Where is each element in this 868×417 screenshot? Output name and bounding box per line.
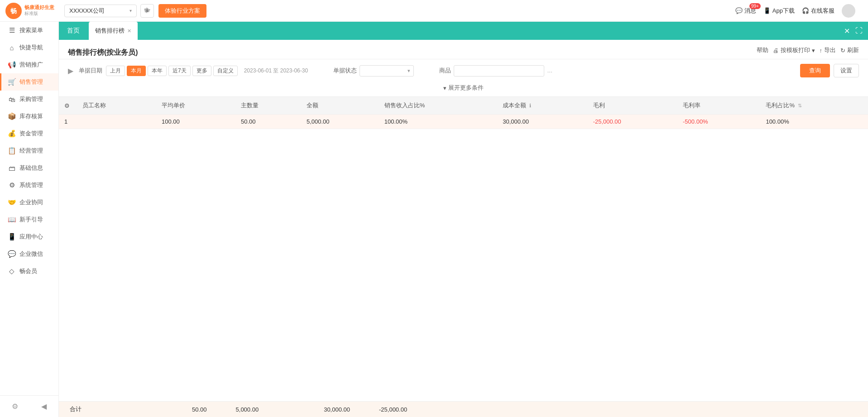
apps-icon: 📱 [8, 233, 16, 241]
logo-subtitle: 标准版 [24, 10, 54, 17]
goods-input[interactable] [454, 65, 544, 77]
table-body: 1 100.00 50.00 5,000.00 100.00% 30,000.0… [59, 115, 868, 129]
quick-nav-icon: ⌂ [8, 44, 16, 52]
chevron-down-icon: ▾ [129, 8, 132, 13]
sidebar-item-finance[interactable]: 💰 资金管理 [0, 125, 58, 142]
settings-icon[interactable]: ⚙ [64, 102, 70, 109]
query-button[interactable]: 查询 [800, 64, 830, 77]
action-buttons-area: 查询 设置 [800, 64, 859, 77]
th-profit-rate: 毛利率 [677, 97, 760, 115]
expand-conditions-button[interactable]: ▾ 展开更多条件 [443, 84, 484, 92]
tab-label-sales-ranking: 销售排行榜 [95, 27, 125, 35]
tab-home[interactable]: 首页 [59, 22, 88, 40]
company-selector[interactable]: XXXXXX公司 ▾ [64, 5, 137, 17]
print-label: 按模板打印 [781, 46, 810, 54]
footer-qty: 50.00 [187, 406, 212, 413]
cell-avg-price: 100.00 [156, 115, 235, 129]
status-select[interactable] [360, 65, 414, 77]
sidebar-item-label-wechat: 企业微信 [19, 250, 43, 258]
sidebar-item-business[interactable]: 📋 经营管理 [0, 142, 58, 159]
sidebar-item-quick-nav[interactable]: ⌂ 快捷导航 [0, 39, 58, 56]
th-qty: 主数量 [235, 97, 301, 115]
business-icon: 📋 [8, 147, 16, 155]
sidebar-item-sales[interactable]: 🛒 销售管理 [0, 73, 58, 91]
headset-icon: 🎧 [802, 7, 809, 14]
date-label: 单据日期 [79, 67, 102, 75]
status-filter-group: 单据状态 [333, 65, 414, 77]
logo-icon: 畅 [5, 3, 22, 19]
cell-rank: 1 [59, 115, 77, 129]
sidebar-item-collab[interactable]: 🤝 企业协同 [0, 194, 58, 211]
expand-label: 展开更多条件 [448, 84, 484, 92]
date-btn-last-month[interactable]: 上月 [106, 66, 125, 76]
app-download-button[interactable]: 📱 App下载 [763, 7, 795, 15]
tab-maximize-icon[interactable]: ⛶ [854, 25, 864, 37]
table-settings-button[interactable]: 设置 [834, 64, 859, 77]
sidebar-item-purchase[interactable]: 🛍 采购管理 [0, 91, 58, 108]
date-btn-custom[interactable]: 自定义 [213, 66, 238, 76]
export-icon: ↑ [820, 47, 823, 54]
settings-bottom-icon[interactable]: ⚙ [9, 399, 21, 413]
date-btn-this-month[interactable]: 本月 [127, 66, 146, 76]
sales-ranking-table: ⚙ 员工名称 平均单价 主数量 全额 销售收入占比% 成本全额 ℹ 毛利 [59, 97, 868, 129]
cost-info-icon[interactable]: ℹ [529, 103, 531, 108]
marketing-icon: 📢 [8, 61, 16, 69]
goods-more-icon[interactable]: … [547, 67, 552, 74]
inventory-icon: 📦 [8, 112, 16, 120]
refresh-icon: ↻ [840, 47, 845, 54]
cell-profit: -25,000.00 [588, 115, 677, 129]
avatar[interactable] [842, 4, 855, 18]
messages-button[interactable]: 💬 消息 99+ [735, 7, 756, 15]
date-btn-more[interactable]: 更多 [192, 66, 211, 76]
export-button[interactable]: ↑ 导出 [820, 46, 836, 54]
date-range-text: 2023-06-01 至 2023-06-30 [244, 67, 308, 75]
sidebar-item-label-finance: 资金管理 [19, 129, 43, 138]
footer-cost: 30,000.00 [318, 406, 355, 413]
logo-title: 畅康通好生意 [24, 5, 54, 10]
print-button[interactable]: 🖨 按模板打印 ▾ [773, 46, 815, 54]
message-badge: 99+ [749, 3, 761, 9]
top-bar: 畅 畅康通好生意 标准版 XXXXXX公司 ▾ 体验行业方案 💬 消息 99+ [0, 0, 868, 22]
date-btn-7days[interactable]: 近7天 [168, 66, 191, 76]
page-actions: 帮助 🖨 按模板打印 ▾ ↑ 导出 ↻ 刷新 [757, 46, 859, 59]
sidebar-item-inventory[interactable]: 📦 库存核算 [0, 108, 58, 125]
top-right-area: 💬 消息 99+ 📱 App下载 🎧 在线客服 [735, 4, 863, 18]
filter-expand-icon[interactable]: ▶ [68, 67, 73, 75]
print-chevron-icon: ▾ [812, 47, 815, 54]
cell-profit-rate: -500.00% [677, 115, 760, 129]
sidebar-item-search-order[interactable]: ☰ 搜索菜单 [0, 22, 58, 39]
profit-pct-sort-icon[interactable]: ⇅ [798, 103, 802, 108]
tab-close-icon[interactable]: ✕ [127, 28, 131, 34]
sidebar-item-wechat[interactable]: 💬 企业微信 [0, 245, 58, 263]
table-row: 1 100.00 50.00 5,000.00 100.00% 30,000.0… [59, 115, 868, 129]
gear-button[interactable] [140, 4, 154, 18]
collab-icon: 🤝 [8, 198, 16, 206]
wechat-icon: 💬 [8, 250, 16, 258]
sidebar-item-system[interactable]: ⚙ 系统管理 [0, 177, 58, 194]
help-button[interactable]: 帮助 [757, 46, 768, 54]
cell-employee [77, 115, 156, 129]
refresh-label: 刷新 [847, 46, 859, 54]
sidebar-item-marketing[interactable]: 📢 营销推广 [0, 56, 58, 73]
footer-amount: 5,000.00 [230, 406, 264, 413]
collapse-sidebar-icon[interactable]: ◀ [38, 399, 49, 413]
content-inner: ⚙ 员工名称 平均单价 主数量 全额 销售收入占比% 成本全额 ℹ 毛利 [59, 97, 868, 417]
sidebar-item-apps[interactable]: 📱 应用中心 [0, 228, 58, 245]
date-btn-this-year[interactable]: 本年 [148, 66, 167, 76]
tab-close-all-icon[interactable]: ✕ [842, 25, 852, 37]
logo-area: 畅 畅康通好生意 标准版 [5, 3, 64, 19]
sidebar-item-basic[interactable]: 🗃 基础信息 [0, 159, 58, 177]
sidebar-item-member[interactable]: ◇ 畅会员 [0, 263, 58, 280]
cell-qty: 50.00 [235, 115, 301, 129]
system-icon: ⚙ [8, 181, 16, 189]
online-service-button[interactable]: 🎧 在线客服 [802, 7, 834, 15]
sidebar-item-guide[interactable]: 📖 新手引导 [0, 211, 58, 228]
goods-label: 商品 [439, 67, 451, 75]
filter-row-1: ▶ 单据日期 上月 本月 本年 近7天 更多 自定义 2023-06-01 至 … [68, 64, 859, 77]
trial-button[interactable]: 体验行业方案 [158, 4, 206, 18]
tab-bar: 首页 销售排行榜 ✕ ✕ ⛶ [59, 22, 868, 40]
refresh-button[interactable]: ↻ 刷新 [840, 46, 859, 54]
table-area[interactable]: ⚙ 员工名称 平均单价 主数量 全额 销售收入占比% 成本全额 ℹ 毛利 [59, 97, 868, 401]
tab-sales-ranking[interactable]: 销售排行榜 ✕ [89, 22, 138, 40]
sidebar-item-label-search-order: 搜索菜单 [19, 26, 43, 34]
